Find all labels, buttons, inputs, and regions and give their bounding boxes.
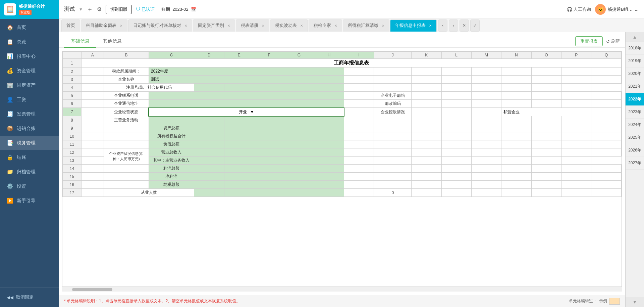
cell-5-b[interactable]: 企业联系电话 bbox=[104, 92, 149, 100]
sidebar-item-guide[interactable]: ▶️ 新手引导 bbox=[0, 193, 59, 208]
cell-8-b[interactable]: 主营业务活动 bbox=[104, 116, 149, 124]
sidebar-item-payroll[interactable]: 👤 工资 bbox=[0, 92, 59, 107]
year-item-2023[interactable]: 2023年 bbox=[626, 106, 644, 119]
cell-2-k[interactable] bbox=[412, 68, 441, 76]
service-btn[interactable]: 🎧 人工咨询 bbox=[567, 6, 591, 12]
sidebar-item-home[interactable]: 🏠 首页 bbox=[0, 20, 59, 35]
year-item-2024[interactable]: 2024年 bbox=[626, 119, 644, 131]
tab-taxcheck[interactable]: 税检专家 ✕ bbox=[309, 19, 342, 32]
cell-12-b[interactable]: 企业资产状况信息(币种：人民币万元) bbox=[104, 148, 149, 165]
tab-expand-btn[interactable]: ⤢ bbox=[470, 19, 480, 32]
cell-12-c[interactable]: 营业总收入 bbox=[149, 148, 194, 157]
cell-3-c[interactable]: 测试 bbox=[149, 76, 254, 84]
tab-taxform[interactable]: 税表清册 ✕ bbox=[236, 19, 269, 32]
sidebar-item-archive[interactable]: 📁 归档管理 bbox=[0, 165, 59, 179]
cell-16-c[interactable]: 纳税总额 bbox=[149, 181, 194, 189]
cell-2-a[interactable] bbox=[81, 68, 104, 76]
cell-7-b[interactable]: 企业经营状态 bbox=[104, 108, 149, 116]
refresh-button[interactable]: ↺ 刷新 bbox=[606, 38, 620, 44]
tab-taxincome[interactable]: 所得税汇算清缴 ✕ bbox=[343, 19, 389, 32]
tab-taxcheck-close[interactable]: ✕ bbox=[334, 24, 337, 28]
cell-6-c[interactable] bbox=[149, 100, 344, 108]
sidebar-item-inventory[interactable]: 📦 进销台账 bbox=[0, 121, 59, 136]
year-scroll-down-btn[interactable]: ▼ bbox=[626, 297, 644, 307]
cell-13-c[interactable]: 其中：主营业务收入 bbox=[149, 157, 194, 165]
project-dropdown-icon[interactable]: ▼ bbox=[79, 7, 83, 12]
year-item-2018[interactable]: 2018年 bbox=[626, 42, 644, 55]
tab-yearinfo[interactable]: 年报信息申报表 ✕ bbox=[390, 19, 437, 32]
cell-2-l[interactable] bbox=[441, 68, 471, 76]
year-scroll-up-btn[interactable]: ▲ bbox=[626, 32, 644, 42]
cell-7-n[interactable]: 私营企业 bbox=[501, 108, 591, 116]
tab-journal-close[interactable]: ✕ bbox=[184, 24, 187, 28]
cell-7-c-dropdown[interactable]: 开业 ▼ bbox=[149, 108, 344, 116]
sidebar-item-reports[interactable]: 📊 报表中心 bbox=[0, 49, 59, 63]
cell-10-c[interactable]: 所有者权益合计 bbox=[149, 132, 194, 140]
user-menu[interactable]: 🐱 畅捷通B组… … bbox=[595, 4, 639, 15]
cell-5-j[interactable]: 企业电子邮箱 bbox=[374, 92, 412, 100]
cell-6-b[interactable]: 企业通信地址 bbox=[104, 100, 149, 108]
settings-btn[interactable]: ⚙ bbox=[97, 6, 102, 12]
tab-aux[interactable]: 科目辅助余额表 ✕ bbox=[81, 19, 127, 32]
sub-tab-other[interactable]: 其他信息 bbox=[96, 36, 128, 48]
tab-yearinfo-close[interactable]: ✕ bbox=[429, 24, 432, 28]
sidebar-item-settings[interactable]: ⚙️ 设置 bbox=[0, 179, 59, 193]
cell-2-n[interactable] bbox=[501, 68, 531, 76]
cell-9-c[interactable]: 资产总额 bbox=[149, 124, 194, 132]
sidebar-item-invoices[interactable]: 🧾 发票管理 bbox=[0, 107, 59, 121]
cell-2-c[interactable]: 2022年度 bbox=[149, 68, 254, 76]
cell-2-o[interactable] bbox=[531, 68, 561, 76]
sidebar-item-ledger[interactable]: 📋 总账 bbox=[0, 35, 59, 49]
scroll-thumb-h[interactable] bbox=[72, 288, 112, 291]
tab-assets[interactable]: 固定资产类别 ✕ bbox=[193, 19, 235, 32]
cell-2-f[interactable] bbox=[254, 68, 284, 76]
tab-taxincome-close[interactable]: ✕ bbox=[382, 24, 384, 28]
reset-report-button[interactable]: 重置报表 bbox=[575, 36, 603, 46]
sidebar-collapse-btn[interactable]: ◀◀ 取消固定 bbox=[0, 291, 59, 304]
cell-17-b[interactable]: 从业人数 bbox=[104, 189, 194, 197]
year-item-2022[interactable]: 2022年 bbox=[626, 93, 644, 106]
cell-14-c[interactable]: 利润总额 bbox=[149, 165, 194, 173]
cell-2-j[interactable] bbox=[374, 68, 412, 76]
cell-7-j[interactable]: 企业控股情况 bbox=[374, 108, 412, 116]
cell-2-b[interactable]: 税款所属期间： bbox=[104, 68, 149, 76]
cell-2-i[interactable] bbox=[344, 68, 374, 76]
cell-6-j[interactable]: 邮政编码 bbox=[374, 100, 412, 108]
year-item-2020[interactable]: 2020年 bbox=[626, 68, 644, 80]
sidebar-item-closing[interactable]: 🔒 结账 bbox=[0, 150, 59, 165]
cell-2-q[interactable] bbox=[591, 68, 622, 76]
cell-5-c[interactable] bbox=[149, 92, 344, 100]
cell-17-j[interactable]: 0 bbox=[374, 189, 412, 197]
cell-2-m[interactable] bbox=[471, 68, 501, 76]
tab-taxform-close[interactable]: ✕ bbox=[262, 24, 264, 28]
cell-15-c[interactable]: 净利润 bbox=[149, 173, 194, 181]
sub-tab-basic[interactable]: 基础信息 bbox=[64, 36, 96, 48]
add-project-btn[interactable]: ＋ bbox=[87, 5, 93, 13]
tab-taxwave[interactable]: 税负波动表 ✕ bbox=[270, 19, 308, 32]
year-item-2027[interactable]: 2027年 bbox=[626, 157, 644, 170]
year-item-2021[interactable]: 2021年 bbox=[626, 80, 644, 93]
sidebar-item-assets[interactable]: 🏢 固定资产 bbox=[0, 78, 59, 92]
cell-2-p[interactable] bbox=[561, 68, 591, 76]
scroll-bar-horizontal[interactable] bbox=[62, 287, 622, 292]
year-item-2019[interactable]: 2019年 bbox=[626, 55, 644, 68]
cell-3-a[interactable] bbox=[81, 76, 104, 84]
tab-journal[interactable]: 日记账与银行对账单核对 ✕ bbox=[128, 19, 192, 32]
year-item-2025[interactable]: 2025年 bbox=[626, 131, 644, 144]
tab-prev-btn[interactable]: ‹ bbox=[438, 19, 447, 32]
cell-2-g[interactable] bbox=[284, 68, 314, 76]
cell-3-b[interactable]: 企业名称 bbox=[104, 76, 149, 84]
cell-4-b[interactable]: 注册号/统一社会信用代码 bbox=[104, 84, 194, 92]
sidebar-item-tax[interactable]: 📑 税务管理 bbox=[0, 136, 59, 150]
sheet-title-cell[interactable]: 工商年报信息表 bbox=[81, 59, 621, 68]
tab-close-all-btn[interactable]: ✕ bbox=[460, 19, 469, 32]
tab-next-btn[interactable]: › bbox=[449, 19, 458, 32]
cell-2-h[interactable] bbox=[314, 68, 344, 76]
tab-taxwave-close[interactable]: ✕ bbox=[300, 24, 303, 28]
old-version-button[interactable]: 切到旧版 bbox=[106, 5, 132, 14]
year-item-2026[interactable]: 2026年 bbox=[626, 144, 644, 157]
spreadsheet-wrapper[interactable]: A B C D E F G H I J bbox=[62, 51, 622, 287]
tab-assets-close[interactable]: ✕ bbox=[227, 24, 230, 28]
sidebar-item-funds[interactable]: 💰 资金管理 bbox=[0, 63, 59, 78]
tab-aux-close[interactable]: ✕ bbox=[120, 24, 122, 28]
